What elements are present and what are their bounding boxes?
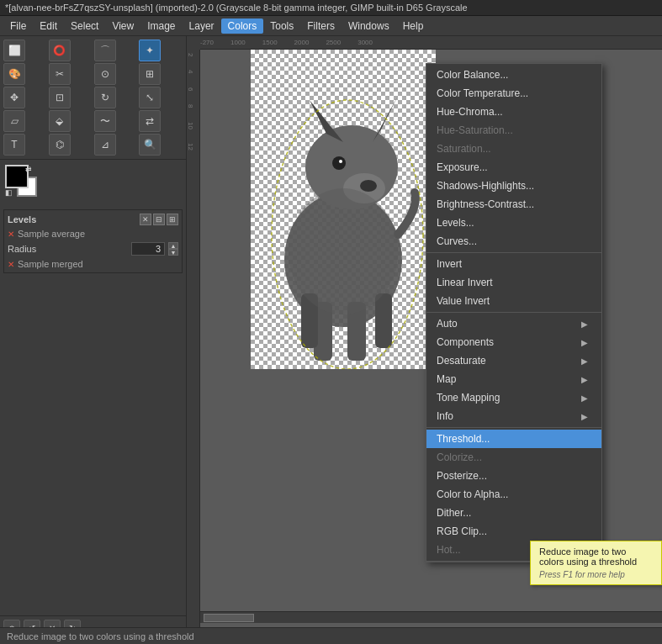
canvas-area[interactable]: -270 1000 1500 2000 2500 3000 2 4 6 8 10… (187, 36, 662, 640)
title-bar: *[alvan-nee-brFsZ7qszSY-unsplash] (impor… (0, 0, 662, 16)
menu-colors[interactable]: Colors (221, 18, 264, 34)
canvas-scrollbar[interactable] (200, 611, 662, 623)
levels-panel-title: Levels (8, 214, 36, 224)
menu-map[interactable]: Map▶ (426, 370, 601, 388)
menu-image[interactable]: Image (140, 18, 182, 34)
tool-rotate[interactable]: ↻ (94, 87, 116, 108)
menu-invert[interactable]: Invert (426, 255, 601, 273)
menu-saturation[interactable]: Saturation... (426, 140, 601, 158)
menu-curves[interactable]: Curves... (426, 232, 601, 251)
menu-filters[interactable]: Filters (300, 18, 342, 34)
tool-color-picker[interactable]: ⊿ (94, 134, 116, 156)
tool-zoom[interactable]: 🔍 (139, 134, 161, 156)
svg-rect-11 (375, 293, 392, 348)
ruler-tick: -270 (200, 39, 214, 46)
status-bar-text: Reduce image to two colors using a thres… (7, 631, 194, 641)
menu-file[interactable]: File (3, 18, 33, 34)
levels-expand-btn[interactable]: ⊞ (167, 214, 178, 225)
radius-decrement[interactable]: ▼ (168, 249, 178, 256)
tooltip-title: Reduce image to two colors using a thres… (539, 546, 653, 567)
radius-increment[interactable]: ▲ (168, 242, 178, 249)
tool-path[interactable]: ⌬ (49, 134, 71, 156)
levels-panel-controls: ✕ ⊟ ⊞ (140, 214, 178, 225)
tool-flip[interactable]: ⇄ (139, 110, 161, 132)
levels-collapse-btn[interactable]: ⊟ (153, 214, 165, 225)
menu-colorize[interactable]: Colorize... (426, 448, 601, 467)
sample-merged-checkbox[interactable]: ✕ (8, 260, 14, 269)
title-text: *[alvan-nee-brFsZ7qszSY-unsplash] (impor… (5, 3, 468, 13)
tool-perspective[interactable]: ⬙ (49, 110, 71, 132)
menu-value-invert[interactable]: Value Invert (426, 292, 601, 310)
levels-close-btn[interactable]: ✕ (140, 214, 151, 225)
levels-panel: Levels ✕ ⊟ ⊞ ✕ Sample average Radius ▲ ▼ (3, 209, 183, 273)
menu-exposure[interactable]: Exposure... (426, 158, 601, 177)
ruler-tick: 3000 (357, 39, 373, 46)
dropdown-section-3: Auto▶ Components▶ Desaturate▶ Map▶ Tone … (426, 313, 601, 428)
tool-move[interactable]: ✥ (3, 87, 25, 108)
menu-hue-saturation[interactable]: Hue-Saturation... (426, 121, 601, 140)
menu-color-to-alpha[interactable]: Color to Alpha... (426, 485, 601, 504)
sample-merged-row: ✕ Sample merged (8, 259, 178, 269)
swap-colors-icon[interactable]: ⇄ (25, 165, 32, 173)
menu-components[interactable]: Components▶ (426, 333, 601, 351)
menu-color-temperature[interactable]: Color Temperature... (426, 84, 601, 103)
ruler-tick: 1500 (262, 39, 278, 46)
tool-align[interactable]: ⊞ (139, 63, 161, 85)
ruler-left-tick: 6 (187, 87, 199, 91)
sample-avg-checkbox[interactable]: ✕ (8, 230, 14, 239)
radius-input[interactable] (131, 242, 165, 256)
menu-layer[interactable]: Layer (183, 18, 221, 34)
menu-view[interactable]: View (105, 18, 140, 34)
ruler-top: -270 1000 1500 2000 2500 3000 (187, 36, 662, 50)
menu-brightness-contrast[interactable]: Brightness-Contrast... (426, 195, 601, 214)
tool-select-ellipse[interactable]: ⭕ (49, 40, 71, 61)
sample-average-row: ✕ Sample average (8, 229, 178, 239)
menu-rgb-clip[interactable]: RGB Clip... (426, 522, 601, 541)
tool-lasso[interactable]: ⌒ (94, 40, 116, 61)
menu-tools[interactable]: Tools (263, 18, 300, 34)
svg-point-6 (339, 160, 342, 163)
tool-scale[interactable]: ⤡ (139, 87, 161, 108)
left-toolbar: ⬜ ⭕ ⌒ ✦ 🎨 ✂ ⊙ ⊞ ✥ ⊡ ↻ ⤡ ▱ ⬙ 〜 ⇄ T ⌬ ⊿ 🔍 (0, 36, 187, 640)
tool-foreground-select[interactable]: ⊙ (94, 63, 116, 85)
tooltip-help: Press F1 for more help (539, 570, 653, 579)
menu-levels[interactable]: Levels... (426, 214, 601, 232)
menu-windows[interactable]: Windows (342, 18, 396, 34)
menu-select[interactable]: Select (64, 18, 105, 34)
ruler-left-tick: 8 (187, 104, 199, 108)
radius-spinner-arrows: ▲ ▼ (168, 242, 178, 256)
menu-threshold[interactable]: Threshold... (426, 430, 601, 448)
ruler-left-tick: 10 (187, 122, 199, 129)
menu-auto[interactable]: Auto▶ (426, 314, 601, 333)
colors-dropdown-menu: Color Balance... Color Temperature... Hu… (426, 63, 602, 562)
ruler-left-tick: 4 (187, 70, 199, 73)
radius-label: Radius (8, 244, 128, 254)
tool-scissors[interactable]: ✂ (49, 63, 71, 85)
tool-icons-grid: ⬜ ⭕ ⌒ ✦ 🎨 ✂ ⊙ ⊞ ✥ ⊡ ↻ ⤡ ▱ ⬙ 〜 ⇄ T ⌬ ⊿ 🔍 (0, 36, 186, 160)
tool-text[interactable]: T (3, 134, 25, 156)
menu-linear-invert[interactable]: Linear Invert (426, 273, 601, 292)
menu-dither[interactable]: Dither... (426, 504, 601, 522)
menu-help[interactable]: Help (396, 18, 431, 34)
tool-select-rect[interactable]: ⬜ (3, 40, 25, 61)
menu-edit[interactable]: Edit (33, 18, 64, 34)
menu-color-balance[interactable]: Color Balance... (426, 66, 601, 84)
menu-tone-mapping[interactable]: Tone Mapping▶ (426, 388, 601, 407)
tool-select-by-color[interactable]: 🎨 (3, 63, 25, 85)
menu-shadows-highlights[interactable]: Shadows-Highlights... (426, 177, 601, 195)
tool-warp[interactable]: 〜 (94, 110, 116, 132)
tool-crop[interactable]: ⊡ (49, 87, 71, 108)
svg-point-7 (360, 180, 377, 192)
menu-desaturate[interactable]: Desaturate▶ (426, 351, 601, 370)
menu-hue-chroma[interactable]: Hue-Chroma... (426, 103, 601, 121)
horizontal-scrollbar-thumb[interactable] (204, 614, 254, 622)
menu-bar: File Edit Select View Image Layer Colors… (0, 16, 662, 36)
reset-colors-icon[interactable]: ◧ (5, 188, 13, 197)
ruler-tick: 1000 (230, 39, 246, 46)
tool-shear[interactable]: ▱ (3, 110, 25, 132)
tool-fuzzy-select[interactable]: ✦ (139, 40, 161, 61)
menu-info[interactable]: Info▶ (426, 407, 601, 425)
radius-row: Radius ▲ ▼ (8, 242, 178, 256)
svg-point-5 (332, 156, 346, 170)
menu-posterize[interactable]: Posterize... (426, 467, 601, 485)
